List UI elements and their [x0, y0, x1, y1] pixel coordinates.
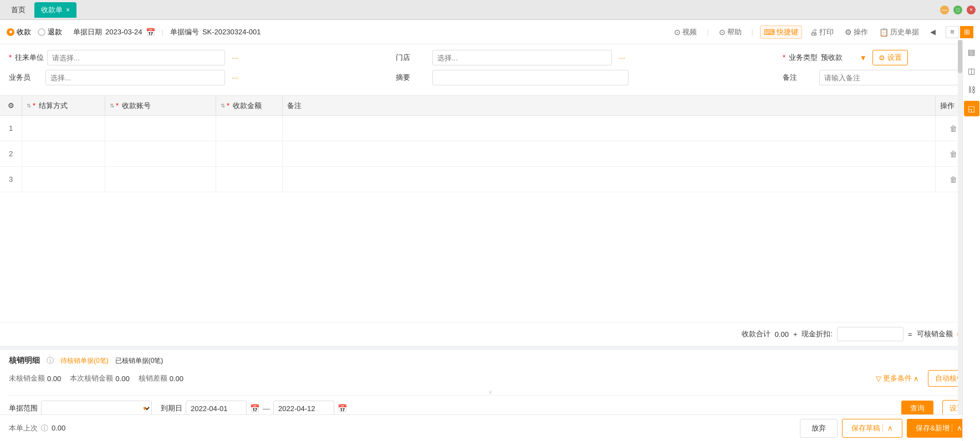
sidebar-icon-table[interactable]: ▤ [964, 44, 979, 60]
main-area: 收款 退款 单据日期 2023-03-24 📅 | 单据编号 SK-202303… [0, 20, 980, 441]
row-1-settlement[interactable] [22, 116, 105, 141]
row-2-delete-icon[interactable]: 🗑 [950, 150, 957, 158]
shortcut-btn[interactable]: ⌨ 快捷键 [760, 25, 802, 39]
pending-tab[interactable]: 待核销单据(0笔) [60, 356, 109, 366]
col-header-account: ⇅ * 收款账号 [105, 96, 216, 115]
tab-receipt-label: 收款单 [41, 5, 63, 15]
tab-receipt-close[interactable]: × [66, 6, 70, 14]
row-2-remark[interactable] [283, 141, 936, 166]
range-filter-label: 单据范围 [9, 403, 38, 413]
business-type-field: * 业务类型 预收款 ▼ ⚙ 设置 [783, 50, 971, 65]
sidebar-icon-link[interactable]: ⛓ [964, 82, 979, 98]
table-settings-header[interactable]: ⚙ [0, 96, 22, 115]
remark-input[interactable] [819, 70, 971, 85]
counterpart-field: * 往来单位 ··· [9, 50, 242, 65]
operation-btn[interactable]: ⚙ 操作 [841, 26, 871, 38]
business-type-dropdown-arrow[interactable]: ▼ [858, 54, 869, 62]
sidebar-icon-expand[interactable]: ◱ [964, 101, 979, 116]
row-2-settlement[interactable] [22, 141, 105, 166]
unverified-stat: 未核销金额 0.00 [9, 373, 61, 383]
sort-settlement-icon[interactable]: ⇅ [27, 102, 31, 109]
abandon-button[interactable]: 放弃 [800, 419, 838, 438]
store-more-btn[interactable]: ··· [615, 53, 629, 62]
date-to-input[interactable] [273, 401, 334, 416]
completed-tab[interactable]: 已核销单据(0笔) [115, 356, 164, 366]
tab-bar: 首页 收款单 × — □ × [0, 0, 980, 20]
date-from-input[interactable] [186, 401, 247, 416]
sort-amount-icon[interactable]: ⇅ [221, 102, 225, 109]
row-3-account[interactable] [105, 167, 216, 192]
refund-radio-label: 退款 [48, 27, 62, 37]
refund-radio[interactable]: 退款 [38, 27, 62, 37]
list-view-btn[interactable]: ≡ [946, 26, 959, 38]
col-header-remark: 备注 [283, 96, 936, 115]
form-row-1: * 往来单位 ··· 门店 ··· * 业务类型 预收款 [9, 50, 971, 65]
save-draft-button[interactable]: 保存草稿 ∧ [842, 419, 902, 438]
window-minimize[interactable]: — [940, 6, 949, 14]
diff-stat: 核销差额 0.00 [139, 373, 183, 383]
verify-title: 核销明细 [9, 356, 40, 366]
row-1-delete-icon[interactable]: 🗑 [950, 124, 957, 133]
counterpart-label: * 往来单位 [9, 53, 44, 63]
row-1-remark[interactable] [283, 116, 936, 141]
business-type-label: * 业务类型 [783, 53, 818, 63]
tab-home[interactable]: 首页 [4, 2, 32, 18]
counterpart-more-btn[interactable]: ··· [228, 53, 242, 62]
available-label: 可核销金额 [917, 329, 953, 339]
toolbar: 收款 退款 单据日期 2023-03-24 📅 | 单据编号 SK-202303… [0, 20, 980, 44]
view-toggle: ≡ ⊞ [946, 26, 973, 38]
col-header-settlement: ⇅ * 结算方式 [22, 96, 105, 115]
cal-from-icon[interactable]: 📅 [250, 404, 259, 413]
date-dash: — [263, 404, 270, 413]
range-select[interactable] [41, 401, 152, 416]
more-conditions-btn[interactable]: ▽ 更多条件 ∧ [876, 373, 919, 383]
equals-sign: = [908, 330, 912, 339]
footer-info-icon[interactable]: ⓘ [41, 423, 48, 433]
salesperson-more-btn[interactable]: ··· [228, 73, 242, 82]
save-new-button[interactable]: 保存&新增 ∧ [907, 419, 971, 438]
row-3-delete-icon[interactable]: 🗑 [950, 175, 957, 184]
sort-account-icon[interactable]: ⇅ [110, 102, 114, 109]
counterpart-input[interactable] [47, 50, 226, 65]
shortcut-icon: ⌨ [764, 28, 775, 37]
verify-info-icon[interactable]: ⓘ [47, 356, 54, 366]
cal-to-icon[interactable]: 📅 [338, 404, 347, 413]
prev-btn[interactable]: ◀ [927, 27, 939, 37]
store-input[interactable] [432, 50, 612, 65]
video-btn[interactable]: ⊙ 视频 [671, 26, 700, 38]
operation-label: 操作 [854, 27, 868, 37]
row-2-account[interactable] [105, 141, 216, 166]
summary-input[interactable] [432, 70, 629, 85]
salesperson-input[interactable] [45, 70, 225, 85]
tab-receipt[interactable]: 收款单 × [34, 2, 76, 18]
settings-button[interactable]: ⚙ 设置 [872, 50, 908, 65]
footer: 本单上次 ⓘ 0.00 放弃 保存草稿 ∧ 保存&新增 ∧ [0, 414, 980, 441]
settings-gear-icon: ⚙ [879, 54, 885, 62]
row-3-remark[interactable] [283, 167, 936, 192]
table-section: ⚙ ⇅ * 结算方式 ⇅ * 收款账号 ⇅ * 收款金额 [0, 96, 980, 322]
row-2-amount[interactable] [216, 141, 283, 166]
grid-view-btn[interactable]: ⊞ [960, 26, 973, 38]
video-icon: ⊙ [674, 28, 681, 37]
receipt-radio[interactable]: 收款 [7, 27, 31, 37]
video-label: 视频 [682, 27, 697, 37]
query-button[interactable]: 查询 [901, 401, 933, 416]
shortcut-label: 快捷键 [777, 27, 798, 37]
sidebar-icon-panel[interactable]: ◫ [964, 63, 979, 79]
scroll-thumb[interactable] [958, 40, 962, 73]
col-settlement-label: * 结算方式 [33, 101, 68, 111]
save-draft-label: 保存草稿 [851, 423, 880, 433]
row-1-account[interactable] [105, 116, 216, 141]
print-btn[interactable]: 🖨 打印 [807, 26, 837, 38]
history-btn[interactable]: 📋 历史单据 [876, 26, 922, 38]
window-close[interactable]: × [967, 6, 976, 14]
help-btn[interactable]: ⊙ 帮助 [716, 26, 745, 38]
calendar-icon[interactable]: 📅 [146, 28, 155, 37]
date-field: 单据日期 2023-03-24 📅 [73, 27, 155, 37]
row-3-settlement[interactable] [22, 167, 105, 192]
scroll-track[interactable] [958, 40, 962, 414]
row-3-amount[interactable] [216, 167, 283, 192]
discount-input[interactable] [837, 327, 904, 341]
window-maximize[interactable]: □ [953, 6, 962, 14]
row-1-amount[interactable] [216, 116, 283, 141]
